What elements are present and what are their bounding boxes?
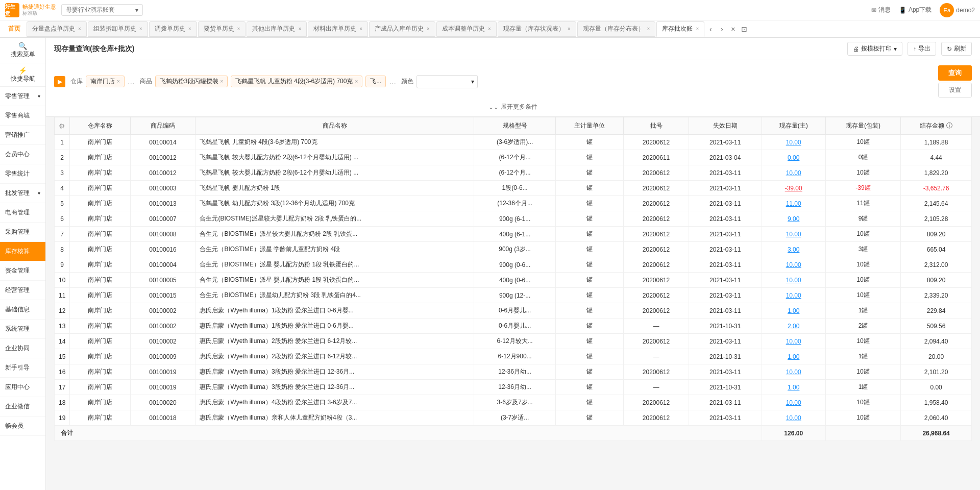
row-qty-main[interactable]: 10.00 [762, 227, 825, 242]
row-amount: 4.44 [901, 150, 972, 165]
close-tab-chengpin[interactable]: × [427, 26, 430, 32]
row-amount: 809.20 [901, 273, 972, 288]
row-qty-main[interactable]: 10.00 [762, 410, 825, 426]
tab-home[interactable]: 首页 [3, 21, 26, 37]
close-tab-fenpan[interactable]: × [78, 26, 81, 32]
remove-product-2-icon[interactable]: × [355, 79, 358, 84]
sidebar-item-retail-stats[interactable]: 零售统计 [0, 164, 45, 184]
row-unit: 罐 [556, 380, 624, 395]
message-button[interactable]: ✉ 消息 [871, 6, 891, 14]
sidebar-item-base[interactable]: 基础信息 [0, 300, 45, 320]
warehouse-tag[interactable]: 南岸门店 × [86, 76, 125, 87]
row-qty-main[interactable]: 10.00 [762, 165, 825, 181]
row-qty-main[interactable]: 1.00 [762, 349, 825, 364]
close-tab-pizheng[interactable]: × [696, 26, 699, 32]
expand-filter-button[interactable]: ▶ [54, 76, 65, 87]
refresh-button[interactable]: ↻ 刷新 [941, 42, 972, 56]
sidebar-item-cooperation[interactable]: 企业协同 [0, 339, 45, 358]
export-button[interactable]: ↑ 导出 [908, 42, 936, 56]
col-code: 商品编码 [130, 117, 195, 135]
sidebar-item-member2[interactable]: 畅会员 [0, 416, 45, 436]
tab-fenpan[interactable]: 分量盘点单历史 × [27, 21, 87, 37]
row-qty-main[interactable]: 10.00 [762, 395, 825, 410]
sidebar-item-wechat[interactable]: 企业微信 [0, 397, 45, 416]
col-spec: 规格型号 [474, 117, 556, 135]
close-tab-cailiao[interactable]: × [359, 26, 362, 32]
close-tab-qita[interactable]: × [298, 26, 301, 32]
sidebar-item-inventory[interactable]: 库存核算 [0, 242, 45, 261]
tab-pizheng[interactable]: 库存批次账 × [656, 21, 704, 37]
tab-xianzai1[interactable]: 现存量（库存状况表） × [498, 21, 576, 37]
sidebar-item-member[interactable]: 会员中心 [0, 145, 45, 164]
sidebar-quick-nav[interactable]: ⚡ 快捷导航 [0, 63, 45, 87]
tab-tiaopai[interactable]: 调拨单历史 × [149, 21, 197, 37]
expand-conditions-button[interactable]: ⌄⌄ 展开更多条件 [488, 103, 537, 111]
close-tab-xianzai1[interactable]: × [568, 26, 571, 32]
sidebar-item-wholesale[interactable]: 批发管理 ▾ [0, 184, 45, 203]
row-qty-main[interactable]: -39.00 [762, 181, 825, 196]
color-input[interactable]: ▾ [416, 75, 478, 88]
row-batch: 20200612 [624, 288, 689, 303]
col-unit: 主计量单位 [556, 117, 624, 135]
row-qty-main[interactable]: 10.00 [762, 334, 825, 349]
close-tab-xianzai2[interactable]: × [647, 26, 650, 32]
query-button[interactable]: 查询 [938, 65, 972, 81]
app-download-button[interactable]: 📱 App下载 [899, 6, 932, 14]
sidebar-search[interactable]: 🔍 搜索菜单 [0, 38, 45, 63]
col-settings[interactable]: ⚙ [55, 117, 70, 135]
sidebar-item-ecommerce[interactable]: 电商管理 [0, 203, 45, 223]
sidebar-item-app-center[interactable]: 应用中心 [0, 378, 45, 397]
tab-yaohuo[interactable]: 要货单历史 × [198, 21, 246, 37]
tab-cailiao[interactable]: 材料出库单历史 × [308, 21, 368, 37]
row-qty-main[interactable]: 11.00 [762, 196, 825, 211]
tab-qita[interactable]: 其他出库单历史 × [247, 21, 307, 37]
tab-prev-button[interactable]: ‹ [705, 25, 716, 33]
gear-icon[interactable]: ⚙ [59, 122, 65, 130]
row-qty-main[interactable]: 9.00 [762, 211, 825, 227]
row-qty-main[interactable]: 1.00 [762, 303, 825, 318]
row-qty-main[interactable]: 10.00 [762, 288, 825, 303]
close-tab-chengben[interactable]: × [488, 26, 491, 32]
sidebar-item-marketing[interactable]: 营销推广 [0, 126, 45, 145]
print-button[interactable]: 🖨 按模板打印 ▾ [847, 42, 902, 56]
close-tab-zuchai[interactable]: × [139, 26, 142, 32]
industry-selector[interactable]: 母婴行业演示账套 ▾ [61, 4, 143, 16]
remove-warehouse-icon[interactable]: × [117, 79, 120, 84]
row-qty-main[interactable]: 3.00 [762, 242, 825, 257]
remove-product-1-icon[interactable]: × [220, 79, 224, 84]
row-unit: 罐 [556, 135, 624, 150]
tab-zuchai[interactable]: 组装拆卸单历史 × [88, 21, 148, 37]
tab-xianzai2[interactable]: 现存量（库存分布表） × [577, 21, 656, 37]
sidebar-item-system[interactable]: 系统管理 [0, 320, 45, 339]
tab-chengben[interactable]: 成本调整单历史 × [436, 21, 497, 37]
user-profile[interactable]: Ea demo2 [940, 3, 975, 17]
product-tag-2[interactable]: 飞鹤星飞帆 儿童奶粉 4段(3-6岁适用) 700克 × [231, 76, 362, 87]
close-tab-yaohuo[interactable]: × [237, 26, 240, 32]
sidebar-item-guide[interactable]: 新手引导 [0, 358, 45, 378]
product-tag-1[interactable]: 飞鹤奶粉3段丙罐摆装 × [155, 76, 228, 87]
row-qty-main[interactable]: 10.00 [762, 364, 825, 380]
product-tag-more[interactable]: 飞... [365, 76, 386, 87]
settings-button[interactable]: 设置 [938, 83, 972, 97]
row-qty-main[interactable]: 10.00 [762, 257, 825, 273]
sidebar-item-operations[interactable]: 经营管理 [0, 281, 45, 300]
row-qty-main[interactable]: 2.00 [762, 318, 825, 334]
sidebar-item-retail[interactable]: 零售管理 ▾ [0, 87, 45, 106]
product-more-button[interactable]: … [389, 78, 396, 86]
close-tab-tiaopai[interactable]: × [188, 26, 191, 32]
row-code: 00100013 [130, 196, 195, 211]
row-qty-main[interactable]: 1.00 [762, 380, 825, 395]
warehouse-more-button[interactable]: … [128, 78, 135, 86]
tab-next-button[interactable]: › [717, 25, 727, 33]
tab-menu-button[interactable]: ⊡ [739, 25, 749, 33]
tab-chengpin[interactable]: 产成品入库单历史 × [369, 21, 435, 37]
sidebar-item-shop[interactable]: 零售商城 [0, 106, 45, 126]
row-warehouse: 南岸门店 [70, 257, 130, 273]
tab-close-all-button[interactable]: × [728, 25, 738, 33]
row-qty-main[interactable]: 0.00 [762, 150, 825, 165]
row-qty-main[interactable]: 10.00 [762, 135, 825, 150]
sidebar-item-purchase[interactable]: 采购管理 [0, 223, 45, 242]
row-qty-main[interactable]: 10.00 [762, 273, 825, 288]
table-summary-row: 合计 126.00 26,968.64 [55, 426, 972, 441]
sidebar-item-finance[interactable]: 资金管理 [0, 261, 45, 281]
